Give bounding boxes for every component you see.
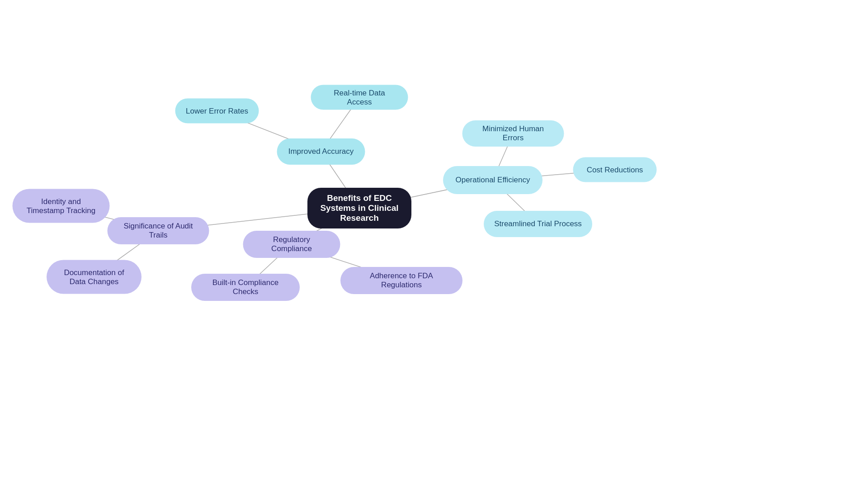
node-builtin-compliance: Built-in Compliance Checks [191,274,300,301]
node-label: Streamlined Trial Process [494,219,582,228]
node-minimized-errors: Minimized Human Errors [462,120,564,147]
node-label: Operational Efficiency [455,176,530,185]
node-label: Regulatory Compliance [253,235,330,253]
node-significance-audit: Significance of Audit Trails [108,217,209,244]
node-identity-timestamp: Identity and Timestamp Tracking [13,189,110,223]
node-label: Cost Reductions [587,165,643,174]
node-label: Lower Error Rates [186,106,248,115]
center-node: Benefits of EDC Systems in Clinical Rese… [307,188,411,228]
node-realtime-data: Real-time Data Access [311,85,408,110]
node-documentation-data: Documentation of Data Changes [47,260,142,294]
node-label: Documentation of Data Changes [57,268,132,286]
center-node-label: Benefits of EDC Systems in Clinical Rese… [317,193,401,223]
node-regulatory-compliance: Regulatory Compliance [243,231,340,258]
node-cost-reductions: Cost Reductions [573,157,657,182]
node-label: Adherence to FDA Regulations [350,271,453,290]
node-operational-efficiency: Operational Efficiency [443,166,542,194]
node-label: Identity and Timestamp Tracking [23,197,100,215]
node-label: Significance of Audit Trails [118,222,199,240]
node-improved-accuracy: Improved Accuracy [277,138,365,165]
node-label: Improved Accuracy [288,147,354,156]
node-lower-error-rates: Lower Error Rates [175,99,259,124]
connections-layer [0,0,868,490]
node-streamlined-trial: Streamlined Trial Process [484,211,592,237]
node-label: Real-time Data Access [321,88,398,106]
node-label: Minimized Human Errors [472,124,554,143]
node-label: Built-in Compliance Checks [201,278,290,296]
mind-map-canvas: Benefits of EDC Systems in Clinical Rese… [0,0,868,490]
node-fda-adherence: Adherence to FDA Regulations [340,267,462,294]
